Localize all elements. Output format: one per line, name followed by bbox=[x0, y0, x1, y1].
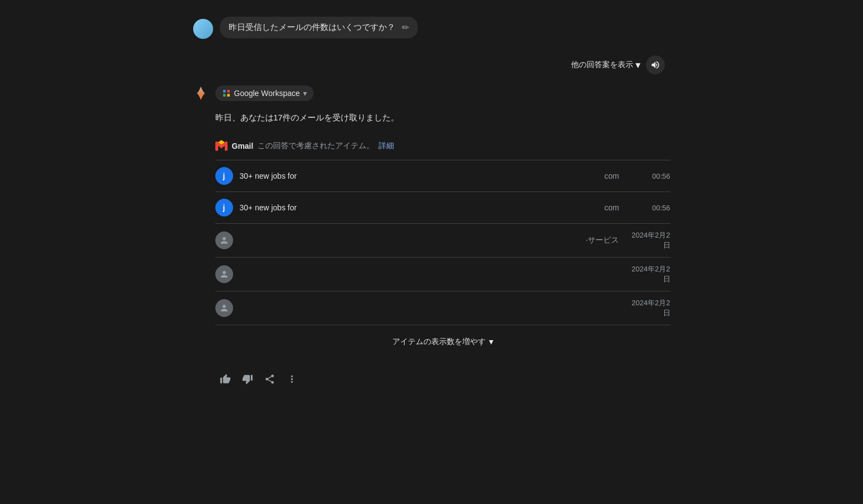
show-answers-label: 他の回答案を表示 bbox=[571, 60, 633, 70]
email-time: 2024年2月2日 bbox=[626, 230, 670, 250]
email-snippet: ·サービス bbox=[586, 235, 619, 245]
email-avatar bbox=[215, 231, 233, 249]
svg-rect-0 bbox=[223, 90, 226, 93]
email-row[interactable]: 2024年2月2日 bbox=[215, 291, 670, 325]
more-options-button[interactable] bbox=[282, 369, 302, 389]
email-time: 00:56 bbox=[626, 204, 670, 212]
action-bar bbox=[215, 364, 670, 395]
gmail-label: Gmail bbox=[232, 142, 254, 150]
share-icon bbox=[264, 374, 275, 385]
email-time: 2024年2月2日 bbox=[626, 298, 670, 318]
show-more-text: アイテムの表示数を増やす bbox=[392, 337, 486, 347]
show-answers-button[interactable]: 他の回答案を表示 ▾ bbox=[571, 59, 640, 71]
email-snippet: com bbox=[604, 172, 619, 180]
gmail-section: Gmail この回答で考慮されたアイテム。 詳細 j 30+ new jobs … bbox=[215, 140, 670, 358]
show-answers-row: 他の回答案を表示 ▾ bbox=[193, 56, 670, 74]
user-avatar bbox=[193, 19, 213, 39]
email-snippet: com bbox=[604, 203, 619, 212]
volume-icon bbox=[650, 60, 660, 70]
ai-answer-text: 昨日、あなたは17件のメールを受け取りました。 bbox=[215, 111, 670, 124]
email-subject: 30+ new jobs for bbox=[240, 203, 598, 212]
show-more-button[interactable]: アイテムの表示数を増やす ▾ bbox=[215, 325, 670, 358]
thumbs-down-button[interactable] bbox=[238, 369, 258, 389]
thumbs-down-icon bbox=[242, 374, 253, 385]
email-avatar bbox=[215, 299, 233, 317]
workspace-badge-text: Google Workspace bbox=[234, 89, 300, 98]
chevron-down-icon: ▾ bbox=[635, 59, 640, 71]
workspace-grid-icon bbox=[222, 89, 231, 98]
gmail-description: この回答で考慮されたアイテム。 bbox=[258, 141, 374, 151]
volume-button[interactable] bbox=[646, 56, 665, 74]
workspace-chevron-icon: ▾ bbox=[303, 89, 307, 98]
email-avatar bbox=[215, 265, 233, 283]
user-message-bubble: 昨日受信したメールの件数はいくつですか？ ✏ bbox=[220, 17, 418, 38]
user-message-row: 昨日受信したメールの件数はいくつですか？ ✏ bbox=[193, 17, 670, 39]
email-row[interactable]: j 30+ new jobs for com 00:56 bbox=[215, 192, 670, 224]
email-time: 00:56 bbox=[626, 172, 670, 180]
email-avatar: j bbox=[215, 199, 233, 216]
gmail-logo bbox=[215, 140, 228, 152]
thumbs-up-icon bbox=[220, 374, 231, 385]
gmail-detail-link[interactable]: 詳細 bbox=[378, 141, 394, 151]
gemini-icon bbox=[193, 85, 209, 101]
show-more-chevron-icon: ▾ bbox=[489, 336, 493, 347]
workspace-badge[interactable]: Google Workspace ▾ bbox=[215, 85, 314, 101]
ai-response-content: Google Workspace ▾ 昨日、あなたは17件のメールを受け取りまし… bbox=[215, 85, 670, 395]
email-row[interactable]: 2024年2月2日 bbox=[215, 258, 670, 291]
user-message-text: 昨日受信したメールの件数はいくつですか？ bbox=[229, 22, 395, 33]
thumbs-up-button[interactable] bbox=[215, 369, 235, 389]
email-row[interactable]: ·サービス 2024年2月2日 bbox=[215, 224, 670, 258]
svg-rect-3 bbox=[227, 94, 230, 97]
more-vert-icon bbox=[286, 374, 297, 385]
email-avatar: j bbox=[215, 167, 233, 185]
email-list: j 30+ new jobs for com 00:56 j 30+ new j… bbox=[215, 160, 670, 325]
email-subject: 30+ new jobs for bbox=[240, 172, 598, 180]
email-row[interactable]: j 30+ new jobs for com 00:56 bbox=[215, 160, 670, 192]
edit-icon[interactable]: ✏ bbox=[402, 22, 409, 33]
email-time: 2024年2月2日 bbox=[626, 264, 670, 284]
share-button[interactable] bbox=[260, 369, 280, 389]
gmail-header: Gmail この回答で考慮されたアイテム。 詳細 bbox=[215, 140, 670, 152]
svg-rect-2 bbox=[223, 94, 226, 97]
svg-rect-1 bbox=[227, 90, 230, 93]
ai-response-row: Google Workspace ▾ 昨日、あなたは17件のメールを受け取りまし… bbox=[193, 85, 670, 395]
